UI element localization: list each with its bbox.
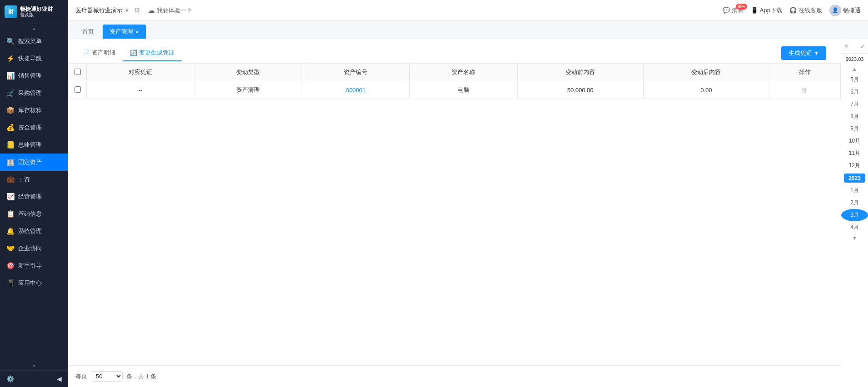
month-2023-4[interactable]: 4月 [841,221,868,233]
settings-icon[interactable]: ⚙️ [6,375,14,382]
date-down-arrow[interactable]: ▼ [852,235,857,241]
sidebar-scroll-up[interactable]: ▲ [0,24,68,33]
app-download-btn[interactable]: 📱 App下载 [751,6,782,15]
row-before: 50,000.00 [517,81,643,99]
sidebar-item-sales[interactable]: 📊 销售管理 [0,67,68,84]
header-checkbox-cell [69,64,87,81]
date-up-arrow[interactable]: ▲ [852,66,857,72]
header-change-type: 变动类型 [194,64,302,81]
month-12[interactable]: 12月 [841,159,868,172]
online-service-label: 在线客服 [799,6,822,15]
sidebar-item-purchase[interactable]: 🛒 采购管理 [0,84,68,102]
month-8[interactable]: 8月 [841,110,868,123]
scroll-down-arrow[interactable]: ▼ [32,363,36,368]
year-2023-badge[interactable]: 2023 [844,174,865,183]
settings-gear-icon[interactable]: ⚙ [134,6,140,15]
fixed-assets-icon: 🏢 [6,158,15,166]
sidebar-item-ledger[interactable]: 📒 总账管理 [0,136,68,154]
sidebar-toggle-icon[interactable]: ◀ [57,375,62,382]
delete-btn[interactable]: 🗑 [801,86,808,94]
app-edition: 普及版 [20,12,53,18]
online-service-btn[interactable]: 🎧 在线客服 [789,6,822,15]
topbar-right: 💬 消息 99+ 📱 App下载 🎧 在线客服 👤 畅捷通 [723,5,861,16]
month-11[interactable]: 11月 [841,147,868,159]
table-toolbar: 生成凭证 ▼ [774,44,833,63]
messages-btn[interactable]: 💬 消息 99+ [723,6,744,15]
sub-tab-label-2: 变更生成凭证 [139,49,174,57]
sidebar-item-app-center[interactable]: 📱 应用中心 [0,274,68,292]
user-menu[interactable]: 👤 畅捷通 [829,5,861,16]
sidebar-item-label: 销售管理 [18,72,42,80]
header-asset-name: 资产名称 [410,64,517,81]
sidebar-item-payroll[interactable]: 💼 工资 [0,171,68,188]
sidebar-item-base-info[interactable]: 📋 基础信息 [0,205,68,223]
username: 畅捷通 [843,6,861,15]
ledger-icon: 📒 [6,141,15,149]
sidebar-item-label: 企业协同 [18,244,42,253]
month-7[interactable]: 7月 [841,98,868,110]
date-year-label: 2023.03 [844,54,866,64]
sidebar-item-quick-nav[interactable]: ⚡ 快捷导航 [0,50,68,67]
sidebar-item-guide[interactable]: 🎯 新手引导 [0,257,68,274]
company-selector[interactable]: 医疗器械行业演示 ▼ [75,6,129,15]
sub-tab-asset-detail[interactable]: 📄 资产明细 [75,45,123,61]
row-checkbox[interactable] [74,86,81,93]
select-all-checkbox[interactable] [74,69,81,75]
month-2023-1[interactable]: 1月 [841,184,868,197]
month-2023-3[interactable]: 3月 [841,209,868,221]
main-panel: 📄 资产明细 🔄 变更生成凭证 生成凭证 ▼ [68,39,841,387]
row-change-type: 资产清理 [194,81,302,99]
sidebar-item-fixed-assets[interactable]: 🏢 固定资产 [0,154,68,171]
sidebar-item-search[interactable]: 🔍 搜索菜单 [0,33,68,50]
month-2023-2[interactable]: 2月 [841,197,868,209]
asset-detail-icon: 📄 [83,50,90,56]
sidebar-item-operations[interactable]: 📈 经营管理 [0,188,68,205]
month-9[interactable]: 9月 [841,123,868,135]
sidebar-item-collab[interactable]: 🤝 企业协同 [0,240,68,257]
scroll-up-arrow[interactable]: ▲ [32,26,36,31]
base-info-icon: 📋 [6,210,15,218]
sidebar-item-label: 快捷导航 [18,55,42,63]
expand-panel-btn[interactable]: ⤢ [860,43,865,50]
purchase-icon: 🛒 [6,89,15,97]
month-5[interactable]: 5月 [841,74,868,86]
company-chevron-icon: ▼ [124,8,129,13]
logo-icon: 财 [5,5,17,18]
experience-btn[interactable]: ☁ 我要体验一下 [148,6,192,15]
sidebar-item-label: 工资 [18,175,30,184]
header-after: 变动后内容 [643,64,769,81]
data-table: 对应凭证 变动类型 资产编号 资产名称 变动前内容 变动后内容 操作 [68,63,841,99]
sub-tab-change-voucher[interactable]: 🔄 变更生成凭证 [123,45,182,61]
row-checkbox-cell [69,81,87,99]
sidebar-item-finance[interactable]: 💰 资金管理 [0,119,68,136]
month-6[interactable]: 6月 [841,86,868,98]
messages-badge: 99+ [736,4,747,10]
row-asset-code: 000001 [302,81,410,99]
table-container: 对应凭证 变动类型 资产编号 资产名称 变动前内容 变动后内容 操作 [68,63,841,365]
main-area: 医疗器械行业演示 ▼ ⚙ ☁ 我要体验一下 💬 消息 99+ 📱 App下载 🎧… [68,0,868,387]
message-icon: 💬 [723,7,730,14]
table-row: -- 资产清理 000001 电脑 50,000.00 0.00 🗑 [69,81,841,99]
close-panel-btn[interactable]: ✕ [844,43,849,50]
page-size-select[interactable]: 50 10 20 100 [91,371,123,382]
date-scroll-down[interactable]: ▼ [841,233,868,243]
sidebar-scroll-down[interactable]: ▼ [0,362,68,370]
sidebar-item-inventory[interactable]: 📦 库存核算 [0,102,68,119]
sub-tabs: 📄 资产明细 🔄 变更生成凭证 生成凭证 ▼ [68,39,841,63]
tab-home[interactable]: 首页 [75,25,101,39]
header-before: 变动前内容 [517,64,643,81]
date-scroll-up[interactable]: ▲ [841,64,868,74]
asset-code-link[interactable]: 000001 [346,87,366,94]
month-10[interactable]: 10月 [841,135,868,147]
date-panel-header: ✕ ⤢ [841,39,868,54]
change-voucher-icon: 🔄 [130,50,137,56]
company-name: 医疗器械行业演示 [75,6,123,15]
generate-voucher-btn[interactable]: 生成凭证 ▼ [781,46,826,60]
header-asset-code: 资产编号 [302,64,410,81]
sidebar: 财 畅捷通好业财 普及版 ▲ 🔍 搜索菜单 ⚡ 快捷导航 📊 销售管理 🛒 采购… [0,0,68,387]
tab-close-icon[interactable]: ✕ [135,29,139,35]
sidebar-item-system[interactable]: 🔔 系统管理 [0,223,68,240]
app-name: 畅捷通好业财 [20,6,53,12]
tab-asset-management[interactable]: 资产管理 ✕ [103,25,146,39]
tab-home-label: 首页 [82,28,94,36]
